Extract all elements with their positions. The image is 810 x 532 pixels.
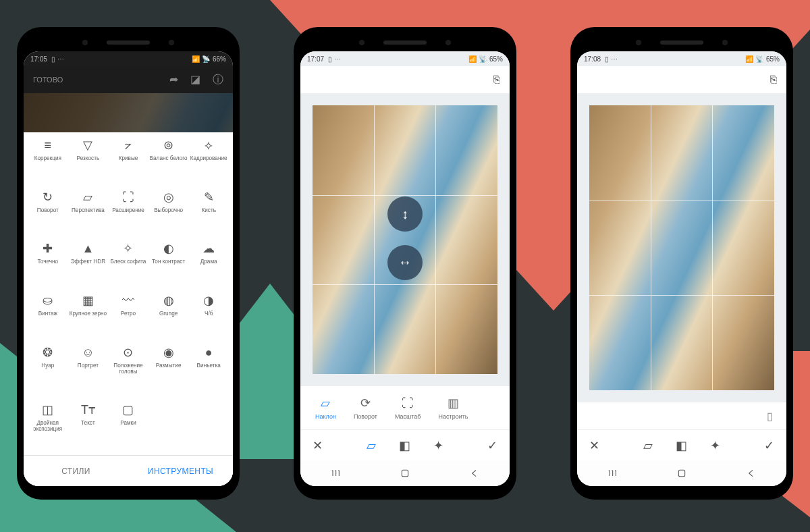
tool-hdr[interactable]: ▲Эффект HDR: [68, 242, 109, 288]
tool-crop[interactable]: ⟡Кадрирование: [188, 139, 229, 184]
wand-icon[interactable]: ✦: [433, 438, 443, 453]
tilt-horizontal-handle[interactable]: ↔: [387, 245, 423, 280]
tool-label: Выборочно: [154, 207, 183, 213]
tool-text[interactable]: TᴛТекст: [68, 404, 109, 455]
fill-icon[interactable]: ◧: [676, 438, 687, 453]
nav-home[interactable]: [400, 468, 410, 479]
target-icon: ◎: [163, 191, 174, 205]
tilt-vertical-handle[interactable]: ↕: [387, 196, 423, 232]
nav-back[interactable]: [746, 468, 757, 479]
perspective-tab-3[interactable]: ▥Настроить: [439, 396, 468, 420]
info-icon[interactable]: ⓘ: [213, 73, 223, 87]
status-time: 17:08: [584, 55, 601, 63]
nav-recents[interactable]: [607, 468, 618, 479]
perspective-tab-0[interactable]: ▱Наклон: [315, 396, 336, 420]
bw-icon: ◑: [203, 294, 214, 308]
sliders-icon: ≡: [45, 139, 52, 153]
tool-label: Крупное зерно: [70, 311, 107, 317]
perspective-tabs: ▱Наклон⟳Поворот⛶Масштаб▥Настроить: [300, 386, 510, 429]
tab-tools[interactable]: ИНСТРУМЕНТЫ: [128, 456, 233, 486]
nav-home[interactable]: [676, 468, 687, 479]
tool-triangle[interactable]: ▽Резкость: [68, 139, 109, 184]
tool-frame[interactable]: ▢Рамки: [108, 404, 148, 455]
phone-perspective-adjust: 17:07 ▯ ⋯ 📶 📡 65% ↕: [294, 27, 516, 500]
tool-grain[interactable]: ▦Крупное зерно: [68, 294, 109, 340]
tool-label: Текст: [81, 420, 95, 426]
tool-grunge[interactable]: ◍Grunge: [148, 294, 189, 340]
curves-icon: ⦢: [125, 139, 132, 153]
perspective-tab-1[interactable]: ⟳Поворот: [354, 396, 377, 420]
status-time: 17:07: [307, 55, 324, 63]
tool-noir[interactable]: ❂Нуар: [28, 346, 68, 398]
tool-label: Ретро: [121, 311, 136, 317]
confirm-button[interactable]: ✓: [764, 438, 774, 453]
tool-vignette[interactable]: ●Виньетка: [188, 346, 229, 398]
compare-icon[interactable]: [493, 74, 500, 86]
status-time: 17:05: [30, 55, 47, 63]
tool-vintage[interactable]: ⛀Винтаж: [28, 294, 68, 340]
fill-icon[interactable]: ◧: [399, 438, 410, 453]
balance-icon: ⊚: [163, 139, 173, 153]
tool-target[interactable]: ◎Выборочно: [148, 191, 189, 236]
image-preview[interactable]: [577, 93, 786, 402]
tool-label: Ч/б: [205, 311, 213, 317]
tool-drama[interactable]: ☁Драма: [188, 242, 229, 288]
tool-curves[interactable]: ⦢Кривые: [108, 139, 148, 184]
status-icons-right: 📶 📡: [468, 55, 487, 63]
wand-icon[interactable]: ✦: [710, 438, 720, 453]
blur-icon: ◉: [163, 346, 174, 360]
svg-rect-1: [402, 470, 408, 476]
tool-expand[interactable]: ⛶Расширение: [108, 191, 148, 236]
tool-perspective[interactable]: ▱Перспектива: [68, 191, 109, 236]
tool-dexp[interactable]: ◫Двойная экспозиция: [28, 404, 68, 455]
perspective-icon[interactable]: ▱: [367, 438, 376, 453]
sheet-tabs: СТИЛИ ИНСТРУМЕНТЫ: [24, 455, 233, 486]
status-icons-right: 📶 📡: [745, 55, 763, 63]
image-preview[interactable]: ↕ ↔: [300, 93, 510, 386]
done-label[interactable]: ГОТОВО: [33, 76, 63, 84]
battery-text: 66%: [213, 55, 226, 63]
noir-icon: ❂: [43, 346, 53, 360]
nav-back[interactable]: [469, 468, 480, 479]
tool-label: Рамки: [120, 420, 136, 426]
cancel-button[interactable]: ✕: [313, 438, 323, 453]
tool-label: Положение головы: [108, 363, 148, 375]
tool-headpose[interactable]: ⊙Положение головы: [108, 346, 148, 398]
tool-label: Размытие: [156, 363, 182, 369]
tool-portrait[interactable]: ☺Портрет: [68, 346, 109, 398]
app-bar: ГОТОВО ➦ ◪ ⓘ: [24, 66, 233, 93]
status-icons-left: ▯ ⋯: [51, 55, 64, 63]
app-bar: [577, 66, 786, 93]
tool-retro[interactable]: 〰Ретро: [108, 294, 148, 340]
portrait-icon: ☺: [82, 346, 94, 360]
nav-recents[interactable]: [330, 468, 341, 479]
status-icons-left: ▯ ⋯: [328, 55, 341, 63]
compare-icon[interactable]: [770, 74, 777, 86]
tool-rotate[interactable]: ↻Поворот: [28, 191, 68, 236]
tool-label: Кадрирование: [190, 155, 227, 161]
tool-brush[interactable]: ✎Кисть: [188, 191, 229, 236]
tool-label: Резкость: [77, 155, 100, 161]
tool-tonal[interactable]: ◐Тон контраст: [148, 242, 189, 288]
confirm-button[interactable]: ✓: [487, 438, 497, 453]
cancel-button[interactable]: ✕: [589, 438, 599, 453]
crop-grid: [313, 105, 497, 374]
filter-icon[interactable]: ◪: [190, 73, 200, 87]
share-icon[interactable]: ➦: [169, 73, 178, 87]
tool-bw[interactable]: ◑Ч/б: [188, 294, 229, 340]
bookmark-icon[interactable]: ▯: [767, 410, 773, 423]
tool-heal[interactable]: ✚Точечно: [28, 242, 68, 288]
perspective-tab-2[interactable]: ⛶Масштаб: [395, 396, 421, 420]
tool-sliders[interactable]: ≡Коррекция: [28, 139, 68, 184]
tool-balance[interactable]: ⊚Баланс белого: [148, 139, 189, 184]
android-nav: [300, 460, 510, 486]
dexp-icon: ◫: [42, 404, 53, 417]
tool-glamour[interactable]: ✧Блеск софита: [108, 242, 148, 288]
perspective-icon[interactable]: ▱: [643, 438, 653, 453]
perspective-icon: ▱: [83, 191, 92, 205]
crop-icon: ⟡: [205, 139, 213, 153]
tool-blur[interactable]: ◉Размытие: [148, 346, 189, 398]
phone-perspective-result: 17:08 ▯ ⋯ 📶 📡 65%: [570, 27, 793, 500]
tab-styles[interactable]: СТИЛИ: [24, 456, 128, 486]
tool-label: Поворот: [37, 207, 59, 213]
